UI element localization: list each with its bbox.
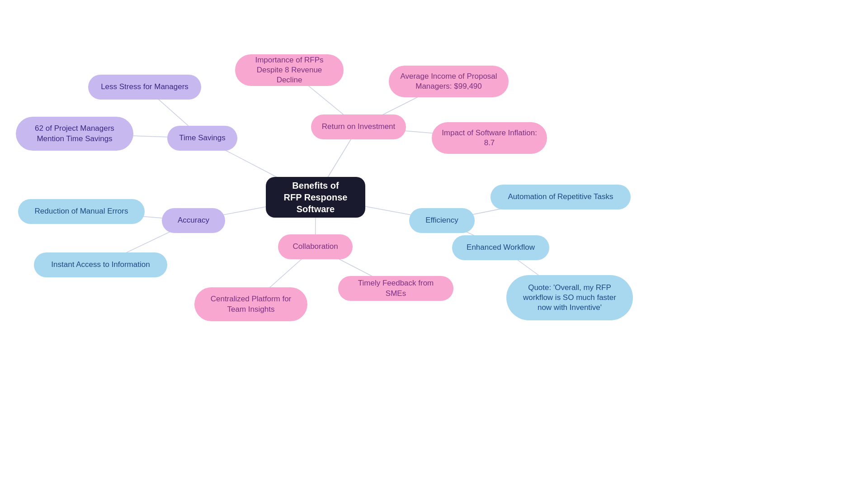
automation-node: Automation of Repetitive Tasks — [491, 185, 631, 209]
accuracy-node: Accuracy — [162, 208, 225, 233]
collaboration-node: Collaboration — [278, 234, 353, 259]
reduction-errors-node: Reduction of Manual Errors — [18, 199, 145, 224]
quote-node: Quote: 'Overall, my RFP workflow is SO m… — [506, 275, 633, 320]
importance-rfp-node: Importance of RFPs Despite 8 Revenue Dec… — [235, 54, 344, 86]
return-on-investment-node: Return on Investment — [311, 114, 406, 139]
time-savings-node: Time Savings — [167, 126, 237, 151]
mindmap-container: Benefits of RFP Response Software Time S… — [0, 0, 868, 490]
timely-feedback-node: Timely Feedback from SMEs — [338, 276, 453, 301]
efficiency-node: Efficiency — [409, 208, 475, 233]
average-income-node: Average Income of Proposal Managers: $99… — [389, 66, 509, 97]
enhanced-workflow-node: Enhanced Workflow — [452, 235, 549, 260]
instant-access-node: Instant Access to Information — [34, 252, 167, 277]
project-managers-node: 62 of Project Managers Mention Time Savi… — [16, 117, 133, 151]
center-node: Benefits of RFP Response Software — [266, 177, 365, 218]
centralized-platform-node: Centralized Platform for Team Insights — [194, 287, 307, 321]
less-stress-node: Less Stress for Managers — [88, 75, 201, 100]
software-inflation-node: Impact of Software Inflation: 8.7 — [432, 122, 547, 154]
